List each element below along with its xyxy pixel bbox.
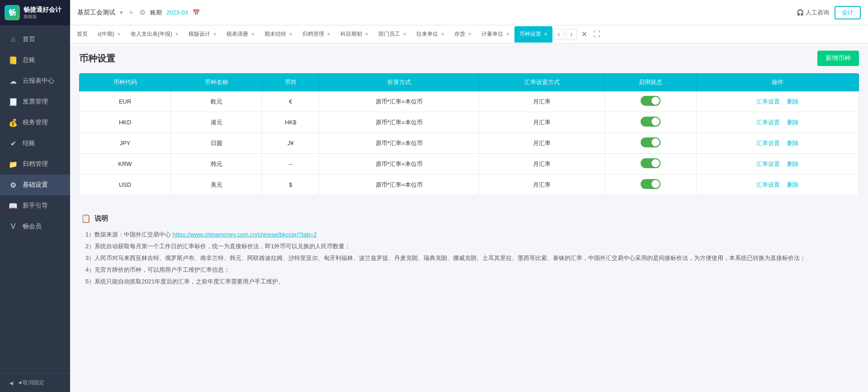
col-symbol: 币符 — [262, 74, 319, 91]
cell-status — [605, 175, 696, 195]
cell-conversion: 原币*汇率=本位币 — [319, 133, 479, 154]
ledger-icon: 📒 — [8, 55, 18, 65]
calendar-icon[interactable]: 📅 — [193, 9, 200, 16]
sidebar-item-tax[interactable]: 💰 税务管理 — [0, 112, 70, 133]
cell-code: EUR — [80, 91, 171, 112]
tab-close-icon[interactable]: ✕ — [441, 32, 444, 37]
guide-icon: 📖 — [8, 201, 18, 211]
delete-link[interactable]: 删除 — [787, 98, 799, 105]
tab-close-icon[interactable]: ✕ — [327, 32, 330, 37]
new-currency-button[interactable]: 新增币种 — [817, 51, 859, 66]
tab-subject-init[interactable]: 科目期初 ✕ — [335, 26, 373, 43]
topbar: 基层工会测试 ▾ ＋ ⚙ 账期 2023-03 📅 🎧 人工咨询 会计 — [70, 0, 868, 25]
headset-icon: 🎧 — [797, 9, 804, 16]
tab-unit[interactable]: 计量单位 ✕ — [476, 26, 514, 43]
tab-archive-mgmt[interactable]: 归档管理 ✕ — [297, 26, 335, 43]
tab-label: 首页 — [77, 30, 88, 38]
rate-settings-link[interactable]: 汇率设置 — [756, 181, 780, 188]
tab-contacts[interactable]: 往来单位 ✕ — [411, 26, 449, 43]
delete-link[interactable]: 删除 — [787, 161, 799, 167]
tabbar: 首页 𝑘(中期) ✕ 收入支出表(年报) ✕ 模版设计 ✕ 税表清册 ✕ 期末结… — [70, 25, 868, 43]
main-wrapper: 基层工会测试 ▾ ＋ ⚙ 账期 2023-03 📅 🎧 人工咨询 会计 首页 𝑘… — [70, 0, 868, 392]
sidebar-item-label: 总账 — [23, 56, 35, 64]
tab-close-icon[interactable]: ✕ — [403, 32, 406, 37]
cell-conversion: 原币*汇率=本位币 — [319, 175, 479, 195]
tab-next-button[interactable]: › — [566, 29, 577, 40]
tab-home[interactable]: 首页 — [72, 26, 93, 43]
col-name: 币种名称 — [171, 74, 262, 91]
consult-button[interactable]: 🎧 人工咨询 — [797, 9, 829, 17]
note-list: 1）数据来源：中国外汇交易中心 https://www.chinamoney.c… — [81, 229, 857, 241]
tab-maximize-button[interactable]: ⛶ — [591, 29, 602, 40]
tab-template[interactable]: 模版设计 ✕ — [184, 26, 222, 43]
sidebar-item-guide[interactable]: 📖 新手引导 — [0, 195, 70, 216]
col-code: 币种代码 — [80, 74, 171, 91]
note-title: 📋 说明 — [81, 213, 857, 223]
delete-link[interactable]: 删除 — [787, 181, 799, 188]
tab-close-icon[interactable]: ✕ — [213, 32, 217, 37]
tab-close-icon[interactable]: ✕ — [289, 32, 292, 37]
sidebar-item-home[interactable]: ⌂ 首页 — [0, 29, 70, 50]
toggle-enabled[interactable] — [641, 179, 660, 189]
tab-dept-staff[interactable]: 部门员工 ✕ — [373, 26, 411, 43]
content-area: 币种设置 新增币种 币种代码 币种名称 币符 折算方式 汇率设置方式 启用状态 … — [70, 43, 868, 392]
tab-inventory[interactable]: 存货 ✕ — [449, 26, 476, 43]
cell-name: 美元 — [171, 175, 262, 195]
tab-close-icon[interactable]: ✕ — [468, 32, 472, 37]
cell-name: 港元 — [171, 112, 262, 133]
tab-close-icon[interactable]: ✕ — [506, 32, 509, 37]
tab-close-all-button[interactable]: ✕ — [579, 29, 590, 40]
cell-actions: 汇率设置 删除 — [696, 154, 859, 175]
toggle-enabled[interactable] — [641, 137, 660, 147]
sidebar-item-vip[interactable]: V 畅会员 — [0, 216, 70, 237]
tab-close-icon[interactable]: ✕ — [544, 32, 547, 37]
table-row: KRW 韩元 -- 原币*汇率=本位币 月汇率 汇率设置 删除 — [80, 154, 859, 175]
note-link[interactable]: https://www.chinamoney.com.cn/chinese/bk… — [173, 231, 317, 238]
rate-settings-link[interactable]: 汇率设置 — [756, 119, 780, 126]
archive-icon: 📁 — [8, 159, 18, 169]
collapse-icon: ◄ — [8, 379, 14, 387]
tab-period-end[interactable]: 期末结转 ✕ — [259, 26, 297, 43]
rate-settings-link[interactable]: 汇率设置 — [756, 98, 780, 105]
rate-settings-link[interactable]: 汇率设置 — [756, 140, 780, 146]
cell-code: USD — [80, 175, 171, 195]
delete-link[interactable]: 删除 — [787, 140, 799, 146]
tax-icon: 💰 — [8, 118, 18, 128]
sidebar-collapse-btn[interactable]: ◄ ◄取消固定 — [0, 373, 70, 392]
sidebar-item-label: 云报表中心 — [23, 77, 54, 85]
tab-currency[interactable]: 币种设置 ✕ — [514, 26, 552, 43]
col-actions: 操作 — [696, 74, 859, 91]
tab-close-icon[interactable]: ✕ — [117, 32, 121, 37]
toggle-enabled[interactable] — [641, 96, 660, 106]
sidebar-logo: 畅 畅捷通好会计 旗舰版 — [0, 0, 70, 25]
sidebar-item-checkout[interactable]: ✔ 结账 — [0, 133, 70, 154]
user-button[interactable]: 会计 — [835, 6, 861, 19]
company-settings-icon[interactable]: ⚙ — [139, 8, 146, 17]
tab-close-icon[interactable]: ✕ — [251, 32, 255, 37]
settings-icon: ⚙ — [8, 180, 18, 190]
tab-balance[interactable]: 𝑘(中期) ✕ — [93, 26, 126, 43]
sidebar-item-reports[interactable]: ☁ 云报表中心 — [0, 71, 70, 91]
rate-settings-link[interactable]: 汇率设置 — [756, 161, 780, 167]
sidebar-item-ledger[interactable]: 📒 总账 — [0, 50, 70, 71]
sidebar-item-invoice[interactable]: 🧾 发票管理 — [0, 91, 70, 112]
toggle-enabled[interactable] — [641, 117, 660, 127]
dropdown-icon[interactable]: ▾ — [120, 9, 123, 16]
cell-actions: 汇率设置 删除 — [696, 91, 859, 112]
tab-close-icon[interactable]: ✕ — [365, 32, 368, 37]
toggle-enabled[interactable] — [641, 158, 660, 168]
sidebar-item-archive[interactable]: 📁 归档管理 — [0, 154, 70, 175]
sidebar-item-label: 发票管理 — [23, 98, 48, 106]
tab-taxbook[interactable]: 税表清册 ✕ — [222, 26, 259, 43]
tab-income[interactable]: 收入支出表(年报) ✕ — [126, 26, 184, 43]
sidebar-item-settings[interactable]: ⚙ 基础设置 — [0, 175, 70, 195]
tab-close-icon[interactable]: ✕ — [175, 32, 179, 37]
add-company-icon[interactable]: ＋ — [127, 8, 135, 17]
tab-prev-button[interactable]: ‹ — [553, 29, 564, 40]
cell-code: HKD — [80, 112, 171, 133]
sidebar-nav: ⌂ 首页 📒 总账 ☁ 云报表中心 🧾 发票管理 💰 税务管理 ✔ 结账 📁 归… — [0, 25, 70, 373]
delete-link[interactable]: 删除 — [787, 119, 799, 126]
toggle-knob — [651, 97, 660, 105]
cell-actions: 汇率设置 删除 — [696, 133, 859, 154]
table-row: USD 美元 $ 原币*汇率=本位币 月汇率 汇率设置 删除 — [80, 175, 859, 195]
